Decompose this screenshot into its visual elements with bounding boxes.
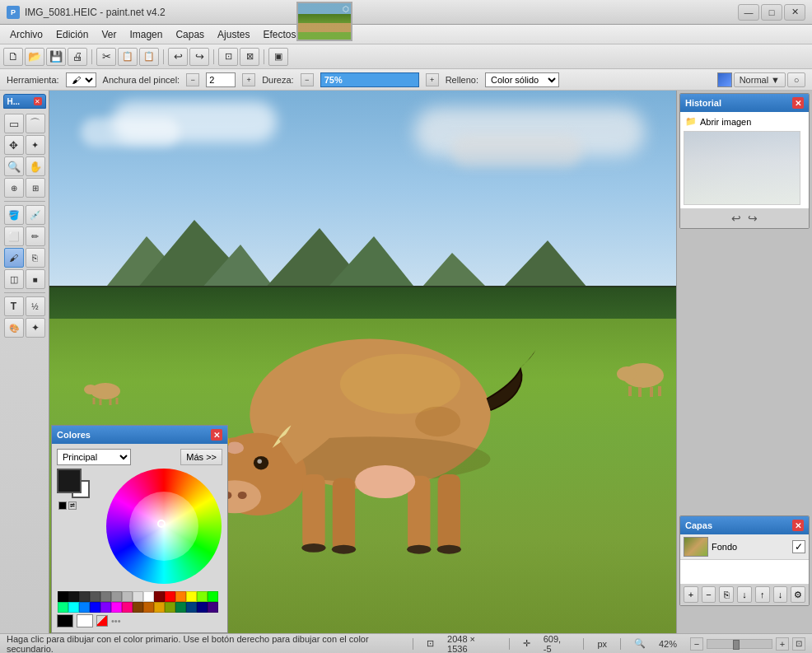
magic-wand-tool[interactable]: ✦ bbox=[26, 135, 45, 155]
palette-color[interactable] bbox=[186, 602, 197, 613]
palette-color[interactable] bbox=[58, 602, 68, 613]
deselect-button[interactable]: ▣ bbox=[268, 48, 288, 66]
text-tool[interactable]: T bbox=[4, 296, 24, 316]
menu-archivo[interactable]: Archivo bbox=[3, 26, 49, 43]
undo-button[interactable]: ↩ bbox=[168, 48, 188, 66]
menu-imagen[interactable]: Imagen bbox=[123, 26, 169, 43]
palette-color[interactable] bbox=[111, 591, 122, 602]
colors-panel-close[interactable]: ✕ bbox=[211, 429, 222, 441]
layer-settings-btn[interactable]: ⚙ bbox=[791, 586, 805, 603]
move-tool[interactable]: ✥ bbox=[4, 135, 24, 155]
palette-color[interactable] bbox=[143, 602, 154, 613]
palette-color[interactable] bbox=[197, 602, 208, 613]
history-item-0[interactable]: 📁 Abrir imagen bbox=[682, 114, 807, 129]
layer-up-btn[interactable]: ↑ bbox=[755, 586, 770, 603]
clone-tool[interactable]: ⎘ bbox=[26, 248, 45, 268]
palette-color[interactable] bbox=[197, 591, 208, 602]
hardness-progress[interactable]: 75% bbox=[320, 72, 419, 87]
delete-layer-btn[interactable]: − bbox=[702, 586, 716, 603]
history-panel-close[interactable]: ✕ bbox=[792, 97, 804, 109]
palette-color[interactable] bbox=[208, 591, 218, 602]
color-wheel-container[interactable] bbox=[105, 469, 222, 588]
palette-color[interactable] bbox=[175, 591, 186, 602]
palette-color[interactable] bbox=[122, 591, 133, 602]
duplicate-layer-btn[interactable]: ⎘ bbox=[719, 586, 734, 603]
paintbrush-tool[interactable]: 🖌 bbox=[4, 248, 24, 268]
palette-color[interactable] bbox=[79, 591, 90, 602]
paint-bucket-tool[interactable]: 🪣 bbox=[4, 205, 24, 225]
zoom-slider-thumb[interactable] bbox=[733, 640, 740, 650]
merge-layer-btn[interactable]: ↓ bbox=[737, 586, 752, 603]
menu-capas[interactable]: Capas bbox=[169, 26, 211, 43]
palette-color[interactable] bbox=[186, 591, 197, 602]
redo-button[interactable]: ↪ bbox=[189, 48, 209, 66]
menu-ver[interactable]: Ver bbox=[95, 26, 123, 43]
undo-history-btn[interactable]: ↩ bbox=[731, 212, 741, 225]
rect-select-tool[interactable]: ▭ bbox=[4, 114, 24, 133]
zoom-fit-btn[interactable]: ⊡ bbox=[792, 637, 805, 651]
shapes-tool[interactable]: ■ bbox=[26, 269, 45, 289]
palette-color[interactable] bbox=[154, 591, 165, 602]
close-button[interactable]: ✕ bbox=[784, 4, 805, 21]
redo-history-btn[interactable]: ↪ bbox=[748, 212, 758, 225]
palette-color[interactable] bbox=[133, 591, 143, 602]
palette-color[interactable] bbox=[165, 602, 175, 613]
palette-color[interactable] bbox=[68, 591, 79, 602]
palette-color[interactable] bbox=[100, 602, 111, 613]
pencil-tool[interactable]: ✏ bbox=[26, 226, 45, 246]
resize-tool[interactable]: ½ bbox=[26, 296, 45, 316]
eraser-tool[interactable]: ⬜ bbox=[4, 226, 24, 246]
palette-color[interactable] bbox=[58, 591, 68, 602]
panel-tab-close[interactable]: ✕ bbox=[34, 97, 42, 105]
tool-selector[interactable]: 🖌 bbox=[66, 72, 96, 87]
crop-button[interactable]: ⊡ bbox=[218, 48, 238, 66]
print-button[interactable]: 🖨 bbox=[68, 48, 87, 66]
open-button[interactable]: 📂 bbox=[25, 48, 44, 66]
maximize-button[interactable]: □ bbox=[761, 4, 782, 21]
palette-color[interactable] bbox=[143, 591, 154, 602]
palette-color[interactable] bbox=[165, 591, 175, 602]
palette-color[interactable] bbox=[68, 602, 79, 613]
brush-minus-button[interactable]: − bbox=[186, 73, 199, 86]
color-wheel[interactable] bbox=[106, 469, 222, 584]
swap-colors-btn[interactable]: ⇌ bbox=[68, 501, 77, 510]
move2-tool[interactable]: ⊞ bbox=[26, 178, 45, 198]
transparent-indicator[interactable] bbox=[96, 615, 108, 627]
cut-button[interactable]: ✂ bbox=[96, 48, 116, 66]
gradient-tool[interactable]: ◫ bbox=[4, 269, 24, 289]
color-more-button[interactable]: Más >> bbox=[180, 449, 222, 465]
primary-color-swatch[interactable] bbox=[57, 469, 82, 493]
recolor-tool[interactable]: 🎨 bbox=[4, 318, 24, 338]
layer-down-btn[interactable]: ↓ bbox=[773, 586, 788, 603]
primary-indicator[interactable] bbox=[57, 614, 73, 627]
opacity-btn[interactable]: ○ bbox=[787, 72, 805, 87]
pan-tool[interactable]: ✋ bbox=[26, 156, 45, 176]
layer-item-0[interactable]: Fondo ✓ bbox=[680, 534, 809, 560]
zoom-tool[interactable]: 🔍 bbox=[4, 156, 24, 176]
save-button[interactable]: 💾 bbox=[46, 48, 66, 66]
brush-width-input[interactable]: 2 bbox=[206, 72, 236, 87]
zoom-rect-tool[interactable]: ⊕ bbox=[4, 178, 24, 198]
zoom-in-btn[interactable]: + bbox=[776, 637, 789, 651]
blend-tool[interactable]: ✦ bbox=[26, 318, 45, 338]
hardness-plus-button[interactable]: + bbox=[426, 73, 439, 86]
palette-color[interactable] bbox=[154, 602, 165, 613]
fill-selector[interactable]: Color sólido bbox=[485, 72, 559, 87]
palette-color[interactable] bbox=[122, 602, 133, 613]
add-layer-btn[interactable]: + bbox=[684, 586, 698, 603]
layers-panel-close[interactable]: ✕ bbox=[792, 520, 804, 531]
panel-tab-h[interactable]: H... ✕ bbox=[3, 94, 46, 109]
palette-color[interactable] bbox=[100, 591, 111, 602]
menu-ajustes[interactable]: Ajustes bbox=[211, 26, 256, 43]
secondary-indicator[interactable] bbox=[77, 614, 93, 627]
hardness-minus-button[interactable]: − bbox=[301, 73, 314, 86]
palette-color[interactable] bbox=[111, 602, 122, 613]
palette-color[interactable] bbox=[208, 602, 218, 613]
menu-edicion[interactable]: Edición bbox=[49, 26, 95, 43]
paste-button[interactable]: 📋 bbox=[139, 48, 159, 66]
palette-color[interactable] bbox=[90, 591, 100, 602]
brush-plus-button[interactable]: + bbox=[242, 73, 255, 86]
new-button[interactable]: 🗋 bbox=[3, 48, 23, 66]
zoom-out-btn[interactable]: − bbox=[690, 637, 703, 651]
palette-color[interactable] bbox=[79, 602, 90, 613]
